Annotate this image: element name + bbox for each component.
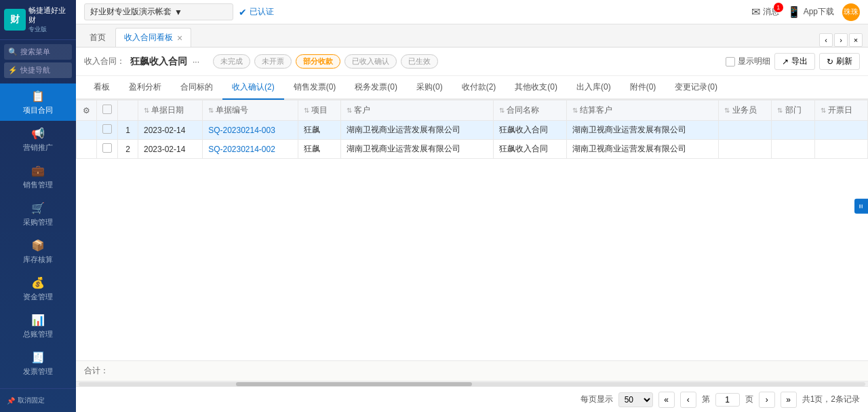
sidebar-item-5[interactable]: 🛒 采购管理 [0,195,76,233]
subtab-销售发票[interactable]: 销售发票(0) [284,76,346,100]
select-all-checkbox[interactable] [102,105,112,114]
subtab-税务发票[interactable]: 税务发票(0) [345,76,407,100]
subtab-附件[interactable]: 附件(0) [620,76,666,100]
row-checkbox-input[interactable] [102,143,112,153]
checkbox-col-header[interactable] [97,100,118,121]
sidebar-item-3[interactable]: 📢 营销推广 [0,121,76,158]
sidebar-item-icon: 📦 [31,238,45,253]
table-row[interactable]: 1 2023-02-14 SQ-20230214-003 狂飙 湖南卫视商业运营… [77,121,868,140]
sort-icon: ⇅ [724,107,730,114]
first-page-button[interactable]: « [658,392,675,408]
user-avatar-button[interactable]: 珠珠 [842,3,860,21]
right-panel-toggle[interactable]: ≡ [854,198,868,213]
tab-next-button[interactable]: › [834,33,848,47]
subtab-变更记录[interactable]: 变更记录(0) [665,76,727,100]
sidebar-item-8[interactable]: 📊 总账管理 [0,307,76,345]
contract-name-col-header[interactable]: ⇅ 合同名称 [493,100,566,121]
row-settings[interactable] [77,121,97,140]
sidebar-item-label: 采购管理 [23,217,53,227]
last-page-button[interactable]: » [781,392,797,408]
settings-col-header[interactable]: ⚙ [77,100,97,121]
salesperson-col-header[interactable]: ⇅ 业务员 [719,100,772,121]
tab-close-all-button[interactable]: × [849,33,863,47]
status-confirmed[interactable]: 已收入确认 [344,54,397,69]
horizontal-scrollbar[interactable] [76,381,868,386]
scroll-thumb[interactable] [236,382,472,386]
contract-header: 收入合同： 狂飙收入合同 ··· 未完成 未开票 部分收款 已收入确认 已生效 … [76,48,868,76]
export-button[interactable]: ↗ 导出 [774,53,815,70]
subtab-合同标的[interactable]: 合同标的 [171,76,222,100]
sidebar-item-9[interactable]: 🧾 发票管理 [0,345,76,382]
more-options-button[interactable]: ··· [193,57,199,67]
row-number-link[interactable]: SQ-20230214-003 [208,126,275,135]
customer-col-header[interactable]: ⇅ 客户 [341,100,494,121]
dropdown-arrow-icon: ▼ [174,7,182,17]
row-customer: 湖南卫视商业运营发展有限公司 [341,140,494,159]
contract-board-tab[interactable]: 收入合同看板 × [115,28,191,47]
subtab-其他收支[interactable]: 其他收支(0) [505,76,567,100]
sidebar-item-2[interactable]: 📋 项目合同 [0,83,76,121]
row-number[interactable]: SQ-20230214-002 [203,140,298,159]
row-settings[interactable] [77,140,97,159]
sidebar-item-4[interactable]: 💼 销售管理 [0,158,76,195]
show-detail-checkbox[interactable] [726,57,735,67]
sidebar-items: 📋 项目合同📢 营销推广💼 销售管理🛒 采购管理📦 库存核算💰 资金管理📊 总账… [0,83,76,388]
home-tab[interactable]: 首页 [81,29,114,47]
quick-nav-section: ⚡ 快捷导航 [0,61,76,83]
row-checkbox[interactable] [97,140,118,159]
sidebar-item-10[interactable]: 🏛️ 税务管理 [0,382,76,388]
prev-page-button[interactable]: ‹ [680,392,696,408]
settlement-col-header[interactable]: ⇅ 结算客户 [566,100,719,121]
subtab-盈利分析[interactable]: 盈利分析 [119,76,171,100]
app-download-button[interactable]: 📱 App下载 [787,5,834,18]
row-number[interactable]: SQ-20230214-003 [203,121,298,140]
page-input[interactable] [715,393,740,407]
project-col-header[interactable]: ⇅ 项目 [298,100,341,121]
company-name: 好业财专业版演示帐套 [90,6,172,18]
subtab-出入库[interactable]: 出入库(0) [567,76,620,100]
sidebar-item-label: 资金管理 [23,292,53,302]
row-salesperson [719,121,772,140]
row-checkbox-input[interactable] [102,124,112,134]
sidebar-item-icon: 💰 [31,276,45,291]
message-button[interactable]: ✉ 1 消息 [751,5,779,18]
company-selector[interactable]: 好业财专业版演示帐套 ▼ [84,3,233,20]
invoice-date-col-header[interactable]: ⇅ 开票日 [814,100,867,121]
page-label-after: 页 [745,394,753,405]
sidebar-item-label: 销售管理 [23,180,53,190]
status-incomplete[interactable]: 未完成 [213,54,250,69]
subtab-收入确认[interactable]: 收入确认(2) [222,76,284,100]
show-detail-option[interactable]: 显示明细 [726,53,770,70]
sidebar-item-icon: 📊 [31,313,45,328]
subtab-采购[interactable]: 采购(0) [407,76,452,100]
row-settlement: 湖南卫视商业运营发展有限公司 [566,121,719,140]
table-row[interactable]: 2 2023-02-14 SQ-20230214-002 狂飙 湖南卫视商业运营… [77,140,868,159]
status-partial[interactable]: 部分收款 [296,54,340,69]
sidebar-item-7[interactable]: 💰 资金管理 [0,270,76,307]
certified-icon: ✔ [239,7,247,18]
user-name: 珠珠 [844,7,859,17]
sidebar-item-6[interactable]: 📦 库存核算 [0,233,76,270]
next-page-button[interactable]: › [759,392,775,408]
subtab-看板[interactable]: 看板 [84,76,119,100]
sidebar-item-label: 发票管理 [23,367,53,377]
export-icon: ↗ [782,57,789,67]
quick-nav-button[interactable]: ⚡ 快捷导航 [4,62,72,78]
topbar: 好业财专业版演示帐套 ▼ ✔ 已认证 ✉ 1 消息 📱 App下载 珠珠 [76,0,868,24]
row-no: 2 [118,140,138,159]
table-wrapper[interactable]: ⚙ ⇅ 单据日期 ⇅ 单据编号 ⇅ 项目 ⇅ 客户 ⇅ 合同名称 ⇅ 结算客户 … [76,100,868,360]
row-number-link[interactable]: SQ-20230214-002 [208,145,275,154]
subtab-收付款[interactable]: 收付款(2) [452,76,506,100]
department-col-header[interactable]: ⇅ 部门 [772,100,815,121]
page-size-select[interactable]: 50 100 200 [618,392,653,407]
unpin-button[interactable]: 📌 取消固定 [4,393,72,408]
row-checkbox[interactable] [97,121,118,140]
search-menu-button[interactable]: 🔍 搜索菜单 [4,44,72,60]
status-no-invoice[interactable]: 未开票 [254,54,292,69]
tab-prev-button[interactable]: ‹ [819,33,833,47]
date-col-header[interactable]: ⇅ 单据日期 [138,100,203,121]
tab-close-icon[interactable]: × [177,33,182,43]
number-col-header[interactable]: ⇅ 单据编号 [203,100,298,121]
refresh-button[interactable]: ↻ 刷新 [819,53,860,70]
status-effective[interactable]: 已生效 [401,54,438,69]
